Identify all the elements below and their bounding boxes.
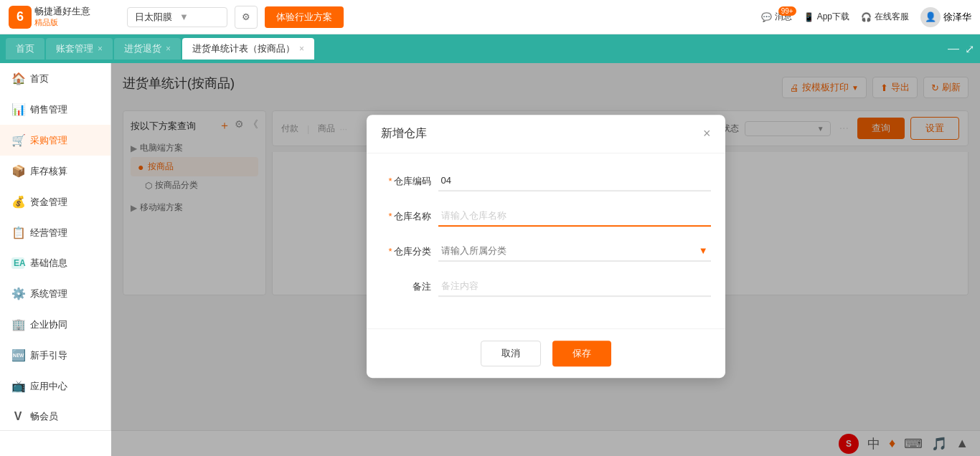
message-icon: 💬 (761, 12, 772, 22)
sidebar-finance-label: 资金管理 (30, 196, 67, 209)
logo-main: 畅捷通好生意 (34, 6, 90, 18)
sidebar-member-label: 畅会员 (30, 410, 58, 423)
logo-icon: 6 (9, 6, 32, 29)
logo-text: 畅捷通好生意 精品版 (34, 6, 90, 29)
sidebar-item-operations[interactable]: 📋 经营管理 (0, 217, 110, 248)
sidebar-beginner-label: 新手引导 (30, 349, 67, 362)
app-center-icon: 📺 (11, 379, 24, 393)
basic-info-icon: EA (11, 257, 24, 269)
code-label: *仓库编码 (381, 175, 438, 188)
sidebar-item-beginner[interactable]: 🆕 新手引导 (0, 340, 110, 371)
new-warehouse-modal: 新增仓库 × *仓库编码 *仓库名称 (367, 115, 725, 378)
tab-purchase-return-label: 进货退货 (124, 42, 161, 55)
sidebar-item-basic-info[interactable]: EA 基础信息 (0, 248, 110, 278)
store-selector[interactable]: 日太阳膜 ▼ (127, 7, 227, 27)
tab-purchase-stats[interactable]: 进货单统计表（按商品） × (182, 38, 314, 60)
system-icon: ⚙️ (11, 287, 24, 300)
sidebar-purchase-label: 采购管理 (30, 134, 67, 147)
app-label: App下载 (817, 11, 849, 23)
sidebar-operations-label: 经营管理 (30, 227, 67, 239)
form-row-category: *仓库分类 ▼ (381, 241, 711, 262)
tab-accounts[interactable]: 账套管理 × (46, 38, 113, 60)
required-star-category: * (388, 246, 392, 257)
sidebar-sales-label: 销售管理 (30, 103, 67, 116)
sidebar-item-app-center[interactable]: 📺 应用中心 (0, 371, 110, 402)
modal-title: 新增仓库 (381, 126, 427, 141)
sidebar-home-label: 首页 (30, 72, 49, 85)
sidebar-inventory-label: 库存核算 (30, 165, 67, 178)
messages-badge: 99+ (778, 6, 796, 16)
avatar: 👤 (920, 7, 941, 27)
beginner-icon: 🆕 (11, 348, 24, 362)
category-input[interactable] (441, 245, 699, 256)
user-area[interactable]: 👤 徐泽华 (920, 7, 971, 27)
sidebar-item-inventory[interactable]: 📦 库存核算 (0, 156, 110, 186)
sidebar-item-home[interactable]: 🏠 首页 (0, 63, 110, 94)
headset-icon: 🎧 (861, 12, 872, 22)
logo-area: 6 畅捷通好生意 精品版 (9, 6, 120, 29)
form-row-note: 备注 (381, 276, 711, 297)
tab-bar-controls: — ⤢ (948, 42, 974, 56)
required-star-name: * (388, 211, 392, 222)
tab-purchase-return-close[interactable]: × (166, 44, 171, 54)
content-area: 进货单统计(按商品) 🖨 按模板打印 ▼ ⬆ 导出 ↻ 刷新 (111, 63, 980, 456)
service-label: 在线客服 (875, 11, 909, 23)
sidebar-item-finance[interactable]: 💰 资金管理 (0, 186, 110, 217)
tab-purchase-stats-label: 进货单统计表（按商品） (192, 42, 295, 55)
category-select[interactable]: ▼ (438, 241, 711, 262)
store-name: 日太阳膜 (135, 11, 175, 24)
sidebar-item-member[interactable]: V 畅会员 (0, 402, 110, 432)
sidebar-item-enterprise[interactable]: 🏢 企业协同 (0, 309, 110, 340)
modal-close-icon[interactable]: × (703, 126, 711, 141)
form-row-name: *仓库名称 (381, 206, 711, 227)
cancel-button[interactable]: 取消 (481, 341, 541, 366)
sidebar-basic-info-label: 基础信息 (30, 257, 67, 270)
tab-home[interactable]: 首页 (6, 38, 44, 60)
app-download-item[interactable]: 📱 App下载 (804, 11, 849, 23)
tab-purchase-return[interactable]: 进货退货 × (114, 38, 181, 60)
messages-item[interactable]: 💬 消息 99+ (761, 11, 792, 23)
tab-minimize-icon[interactable]: — (948, 42, 959, 55)
tab-accounts-label: 账套管理 (56, 42, 93, 55)
sidebar-item-sales[interactable]: 📊 销售管理 (0, 94, 110, 125)
finance-icon: 💰 (11, 195, 24, 209)
tab-purchase-stats-close[interactable]: × (299, 44, 304, 54)
modal-footer: 取消 保存 (367, 328, 725, 378)
sidebar-item-purchase[interactable]: 🛒 采购管理 (0, 125, 110, 156)
enterprise-icon: 🏢 (11, 318, 24, 331)
tab-home-label: 首页 (16, 42, 34, 55)
code-input[interactable] (438, 171, 711, 191)
sidebar-enterprise-label: 企业协同 (30, 318, 67, 331)
sidebar: 🏠 首页 📊 销售管理 🛒 采购管理 📦 库存核算 💰 资金管理 📋 经营管理 … (0, 63, 111, 456)
category-dropdown-arrow: ▼ (699, 245, 708, 256)
form-row-code: *仓库编码 (381, 171, 711, 191)
note-input[interactable] (438, 276, 711, 297)
sidebar-system-label: 系统管理 (30, 288, 67, 300)
home-icon: 🏠 (11, 72, 24, 85)
save-button[interactable]: 保存 (552, 341, 611, 366)
name-input[interactable] (438, 206, 711, 227)
sidebar-item-system[interactable]: ⚙️ 系统管理 (0, 278, 110, 309)
tab-bar: 首页 账套管理 × 进货退货 × 进货单统计表（按商品） × — ⤢ (0, 34, 980, 63)
inventory-icon: 📦 (11, 164, 24, 178)
category-label: *仓库分类 (381, 245, 438, 258)
sales-icon: 📊 (11, 103, 24, 116)
note-label: 备注 (381, 280, 438, 293)
operations-icon: 📋 (11, 226, 24, 239)
sidebar-app-center-label: 应用中心 (30, 380, 67, 393)
tab-expand-icon[interactable]: ⤢ (965, 42, 974, 56)
service-item[interactable]: 🎧 在线客服 (861, 11, 909, 23)
header-right: 💬 消息 99+ 📱 App下载 🎧 在线客服 👤 徐泽华 (761, 7, 971, 27)
tab-accounts-close[interactable]: × (98, 44, 103, 54)
modal-header: 新增仓库 × (367, 115, 725, 153)
member-icon: V (11, 410, 24, 423)
store-dropdown-arrow: ▼ (179, 11, 220, 22)
purchase-icon: 🛒 (11, 133, 24, 147)
top-header: 6 畅捷通好生意 精品版 日太阳膜 ▼ ⚙ 体验行业方案 💬 消息 99+ 📱 … (0, 0, 980, 34)
name-label: *仓库名称 (381, 210, 438, 223)
settings-icon[interactable]: ⚙ (235, 6, 258, 29)
required-star-code: * (388, 176, 392, 186)
logo-sub: 精品版 (34, 17, 90, 28)
trial-button[interactable]: 体验行业方案 (265, 6, 344, 28)
user-name: 徐泽华 (943, 11, 971, 24)
